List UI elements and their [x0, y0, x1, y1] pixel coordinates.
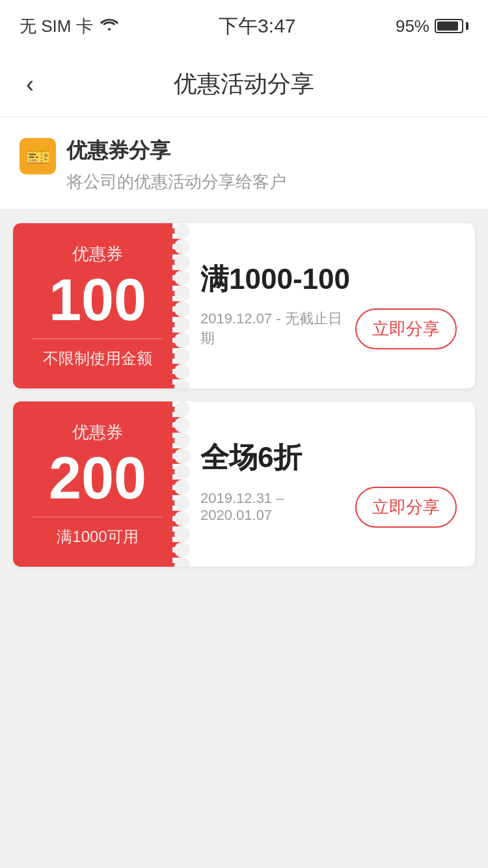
coupon-divider-1 — [33, 338, 163, 339]
coupon-right-1: 满1000-100 2019.12.07 - 无截止日期 立即分享 — [182, 223, 475, 388]
share-button-1[interactable]: 立即分享 — [355, 308, 457, 349]
battery-icon — [435, 19, 468, 33]
coupon-name-1: 满1000-100 — [200, 262, 457, 297]
coupon-label-1: 优惠券 — [72, 243, 123, 265]
coupon-left-1: 优惠券 100 不限制使用金额 — [13, 223, 182, 388]
status-right: 95% — [396, 16, 468, 36]
section-subtitle: 将公司的优惠活动分享给客户 — [66, 170, 286, 193]
coupon-label-2: 优惠券 — [72, 421, 123, 444]
share-button-2[interactable]: 立即分享 — [355, 487, 457, 528]
status-time: 下午3:47 — [219, 13, 295, 40]
coupon-amount-1: 100 — [49, 271, 146, 329]
coupon-footer-1: 2019.12.07 - 无截止日期 立即分享 — [200, 308, 457, 349]
coupon-card-1: 优惠券 100 不限制使用金额 满1000-100 2019.12.07 - 无… — [13, 223, 475, 388]
status-bar: 无 SIM 卡 下午3:47 95% — [0, 0, 488, 52]
carrier-text: 无 SIM 卡 — [20, 15, 93, 38]
coupon-section-icon: 🎫 — [20, 138, 56, 174]
coupon-list: 优惠券 100 不限制使用金额 满1000-100 2019.12.07 - 无… — [0, 210, 488, 580]
coupon-divider-2 — [33, 517, 163, 517]
nav-bar: ‹ 优惠活动分享 — [0, 52, 488, 117]
battery-percent: 95% — [396, 16, 429, 36]
coupon-left-2: 优惠券 200 满1000可用 — [13, 401, 182, 567]
coupon-amount-2: 200 — [49, 449, 146, 508]
coupon-right-2: 全场6折 2019.12.31 – 2020.01.07 立即分享 — [182, 401, 475, 567]
coupon-date-1: 2019.12.07 - 无截止日期 — [200, 309, 349, 348]
status-left: 无 SIM 卡 — [20, 15, 119, 38]
section-text-block: 优惠券分享 将公司的优惠活动分享给客户 — [66, 137, 286, 193]
coupon-footer-2: 2019.12.31 – 2020.01.07 立即分享 — [200, 487, 457, 528]
coupon-name-2: 全场6折 — [200, 441, 457, 475]
coupon-condition-1: 不限制使用金额 — [43, 348, 152, 369]
coupon-card-2: 优惠券 200 满1000可用 全场6折 2019.12.31 – 2020.0… — [13, 401, 475, 567]
coupon-zigzag-2 — [174, 401, 190, 567]
empty-area — [0, 580, 488, 868]
coupon-date-2: 2019.12.31 – 2020.01.07 — [200, 490, 349, 524]
coupon-zigzag-1 — [174, 223, 190, 388]
back-button[interactable]: ‹ — [20, 64, 40, 105]
wifi-icon — [100, 16, 119, 36]
coupon-condition-2: 满1000可用 — [57, 526, 138, 547]
page-title: 优惠活动分享 — [174, 68, 314, 100]
section-header: 🎫 优惠券分享 将公司的优惠活动分享给客户 — [0, 117, 488, 209]
section-title: 优惠券分享 — [66, 137, 286, 165]
